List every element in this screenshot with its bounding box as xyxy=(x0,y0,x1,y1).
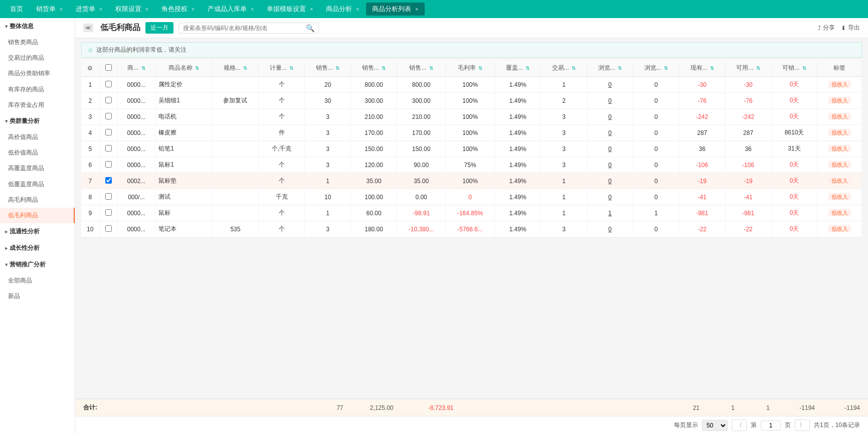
sidebar-item-high-margin[interactable]: 高毛利商品 xyxy=(0,192,75,208)
sidebar-collapse-button[interactable]: ≪ xyxy=(83,24,93,32)
th-unit[interactable]: 计量... ⇅ xyxy=(259,60,305,77)
row-checkbox-7[interactable] xyxy=(105,193,112,200)
export-button[interactable]: ⬇ 导出 xyxy=(841,24,860,32)
th-gross-margin[interactable]: 毛利率 ⇅ xyxy=(446,60,495,77)
cell-views1-9[interactable]: 0 xyxy=(587,221,633,237)
sidebar-group-growth[interactable]: ▸ 成长性分析 xyxy=(0,240,75,256)
row-checkbox-6[interactable] xyxy=(105,177,112,184)
close-role-icon[interactable]: × xyxy=(192,6,195,12)
row-checkbox-1[interactable] xyxy=(105,97,112,103)
th-sales-qty[interactable]: 销售... ⇅ xyxy=(305,60,351,77)
per-page-select[interactable]: 50 100 200 xyxy=(702,420,728,431)
close-template-icon[interactable]: × xyxy=(310,6,313,12)
prev-page-button[interactable]: 〈 xyxy=(732,419,747,431)
cell-checkbox-2[interactable] xyxy=(99,109,117,125)
close-permission-icon[interactable]: × xyxy=(145,6,148,12)
sidebar-item-in-stock[interactable]: 有库存的商品 xyxy=(0,82,75,97)
th-views2[interactable]: 浏览... ⇅ xyxy=(633,60,679,77)
views1-link-7[interactable]: 0 xyxy=(608,194,612,201)
sidebar-item-all-products[interactable]: 全部商品 xyxy=(0,273,75,288)
cell-checkbox-8[interactable] xyxy=(99,205,117,221)
views1-link-1[interactable]: 0 xyxy=(608,97,612,104)
close-list-icon[interactable]: × xyxy=(415,6,418,12)
cell-views1-6[interactable]: 0 xyxy=(587,173,633,189)
date-filter-button[interactable]: 近一月 xyxy=(145,22,173,34)
close-inbound-icon[interactable]: × xyxy=(251,6,254,12)
search-icon[interactable]: 🔍 xyxy=(306,24,314,32)
th-saleable-days[interactable]: 可销... ⇅ xyxy=(771,60,817,77)
cell-checkbox-1[interactable] xyxy=(99,93,117,109)
nav-product-analysis-list[interactable]: 商品分析列表 × xyxy=(366,3,424,16)
close-sales-order-icon[interactable]: × xyxy=(60,6,63,12)
cell-checkbox-9[interactable] xyxy=(99,221,117,237)
views1-link-3[interactable]: 0 xyxy=(608,129,612,136)
row-checkbox-0[interactable] xyxy=(105,81,112,87)
cell-views1-4[interactable]: 0 xyxy=(587,141,633,157)
th-sales-amount[interactable]: 销售... ⇅ xyxy=(397,60,446,77)
sidebar-group-cluster-analysis[interactable]: ▾ 类群量分析 xyxy=(0,113,75,129)
sidebar-group-overall-info[interactable]: ▾ 整体信息 xyxy=(0,18,75,35)
cell-views1-2[interactable]: 0 xyxy=(587,109,633,125)
th-settings[interactable]: ⚙ xyxy=(81,60,99,77)
sidebar-group-circulation[interactable]: ▸ 流通性分析 xyxy=(0,223,75,240)
cell-checkbox-3[interactable] xyxy=(99,125,117,141)
cell-views1-3[interactable]: 0 xyxy=(587,125,633,141)
views1-link-6[interactable]: 0 xyxy=(608,178,612,185)
sidebar-item-category-rate[interactable]: 商品分类助销率 xyxy=(0,66,75,81)
th-checkbox[interactable] xyxy=(99,60,117,77)
sidebar-item-low-value[interactable]: 低价值商品 xyxy=(0,145,75,161)
cell-views1-7[interactable]: 0 xyxy=(587,189,633,205)
th-tag[interactable]: 标签 xyxy=(817,60,862,77)
th-code[interactable]: 商... ⇅ xyxy=(117,60,155,77)
row-checkbox-4[interactable] xyxy=(105,145,112,152)
th-spec[interactable]: 规格... ⇅ xyxy=(212,60,259,77)
sidebar-item-new-products[interactable]: 新品 xyxy=(0,288,75,304)
th-name[interactable]: 商品名称 ⇅ xyxy=(155,60,212,77)
cell-views1-5[interactable]: 0 xyxy=(587,157,633,173)
sidebar-group-marketing[interactable]: ▾ 营销推广分析 xyxy=(0,256,75,273)
th-current-stock[interactable]: 现有... ⇅ xyxy=(679,60,725,77)
row-checkbox-5[interactable] xyxy=(105,161,112,168)
cell-checkbox-6[interactable] xyxy=(99,173,117,189)
row-checkbox-9[interactable] xyxy=(105,225,112,232)
nav-purchase-order[interactable]: 进货单 × xyxy=(70,3,108,16)
close-purchase-order-icon[interactable]: × xyxy=(99,6,102,12)
views1-link-2[interactable]: 0 xyxy=(608,113,612,120)
row-checkbox-2[interactable] xyxy=(105,113,112,119)
views1-link-5[interactable]: 0 xyxy=(608,162,612,169)
sidebar-item-high-value[interactable]: 高价值商品 xyxy=(0,129,75,145)
nav-permission-settings[interactable]: 权限设置 × xyxy=(109,3,154,16)
sidebar-item-traded-products[interactable]: 交易过的商品 xyxy=(0,50,75,66)
views1-link-0[interactable]: 0 xyxy=(608,81,612,88)
sidebar-item-low-coverage[interactable]: 低覆盖度商品 xyxy=(0,177,75,192)
sidebar-item-sales-products[interactable]: 销售类商品 xyxy=(0,35,75,50)
views1-link-9[interactable]: 0 xyxy=(608,226,612,233)
sidebar-item-low-margin[interactable]: 低毛利商品 xyxy=(0,208,75,223)
nav-role-auth[interactable]: 角色授权 × xyxy=(155,3,201,16)
th-available[interactable]: 可用... ⇅ xyxy=(725,60,771,77)
settings-icon[interactable]: ⚙ xyxy=(87,65,93,72)
search-input[interactable] xyxy=(183,25,306,32)
cell-checkbox-0[interactable] xyxy=(99,77,117,93)
cell-checkbox-5[interactable] xyxy=(99,157,117,173)
close-analysis-icon[interactable]: × xyxy=(356,6,359,12)
nav-product-analysis[interactable]: 商品分析 × xyxy=(320,3,365,16)
nav-template-settings[interactable]: 单据模板设置 × xyxy=(261,3,319,16)
next-page-button[interactable]: 〉 xyxy=(795,419,810,431)
sidebar-item-high-coverage[interactable]: 高覆盖度商品 xyxy=(0,161,75,176)
th-sales-price[interactable]: 销售... ⇅ xyxy=(351,60,397,77)
views1-link-4[interactable]: 0 xyxy=(608,146,612,153)
row-checkbox-3[interactable] xyxy=(105,129,112,135)
nav-sales-order[interactable]: 销货单 × xyxy=(30,3,69,16)
th-coverage[interactable]: 覆盖... ⇅ xyxy=(495,60,541,77)
cell-views1-8[interactable]: 1 xyxy=(587,205,633,221)
cell-views1-0[interactable]: 0 xyxy=(587,77,633,93)
nav-home[interactable]: 首页 xyxy=(4,3,29,16)
page-number-input[interactable] xyxy=(761,420,781,430)
select-all-checkbox[interactable] xyxy=(105,64,112,71)
nav-product-inbound[interactable]: 产成品入库单 × xyxy=(202,3,260,16)
cell-checkbox-7[interactable] xyxy=(99,189,117,205)
th-transactions[interactable]: 交易... ⇅ xyxy=(541,60,587,77)
views1-link-8[interactable]: 1 xyxy=(608,210,612,217)
sidebar-item-stock-capital[interactable]: 库存资金占用 xyxy=(0,97,75,113)
